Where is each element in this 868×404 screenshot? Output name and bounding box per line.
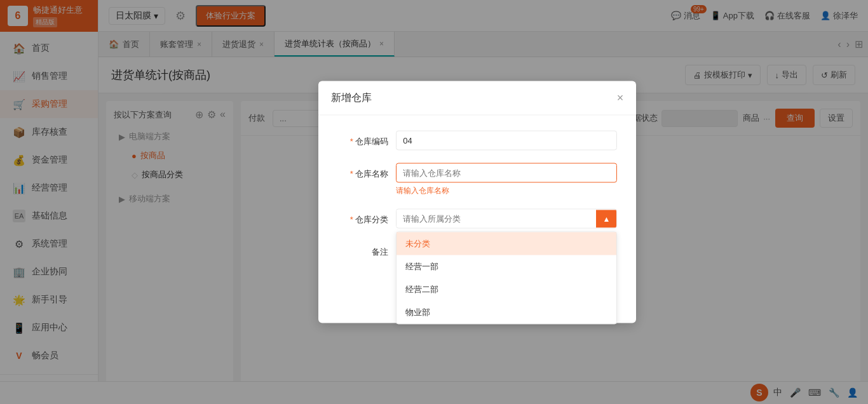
form-row-code: 仓库编码 (337, 131, 617, 151)
modal-header: 新增仓库 × (318, 81, 636, 116)
category-input-row: ▲ (396, 209, 617, 229)
category-input[interactable] (397, 210, 596, 228)
dropdown-item-uncategorized[interactable]: 未分类 (397, 232, 616, 255)
category-label: 仓库分类 (337, 209, 388, 226)
category-toggle-button[interactable]: ▲ (596, 210, 616, 227)
modal-title: 新增仓库 (331, 91, 372, 105)
modal-close-button[interactable]: × (617, 91, 624, 105)
name-error-message: 请输入仓库名称 (396, 185, 617, 196)
note-label: 备注 (337, 241, 388, 258)
category-wrapper: ▲ 未分类 经营一部 经营二部 物业部 (396, 209, 617, 229)
category-dropdown: 未分类 经营一部 经营二部 物业部 (396, 232, 617, 325)
warehouse-name-input[interactable] (396, 163, 617, 183)
dropdown-item-property[interactable]: 物业部 (397, 301, 616, 324)
form-row-category: 仓库分类 ▲ 未分类 经营一部 经营二部 物业部 (337, 209, 617, 229)
name-label: 仓库名称 (337, 163, 388, 180)
modal-body: 仓库编码 仓库名称 请输入仓库名称 仓库分类 ▲ 未分类 经营一部 经 (318, 116, 636, 289)
dropdown-item-ops2[interactable]: 经营二部 (397, 278, 616, 301)
warehouse-code-input[interactable] (396, 131, 617, 151)
dropdown-item-ops1[interactable]: 经营一部 (397, 255, 616, 278)
new-warehouse-modal: 新增仓库 × 仓库编码 仓库名称 请输入仓库名称 仓库分类 ▲ (318, 81, 636, 323)
name-field-wrapper: 请输入仓库名称 (396, 163, 617, 196)
form-row-name: 仓库名称 请输入仓库名称 (337, 163, 617, 196)
code-label: 仓库编码 (337, 131, 388, 147)
